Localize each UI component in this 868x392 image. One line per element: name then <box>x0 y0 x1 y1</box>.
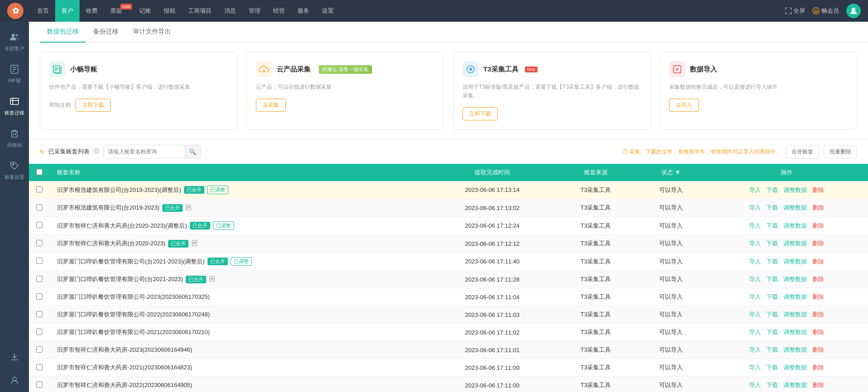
sidebar-item-zero-declare[interactable]: 0申报 <box>0 57 29 90</box>
nav-bookkeeping[interactable]: 记账 <box>133 0 157 22</box>
action-下载-link[interactable]: 下载 <box>766 222 778 230</box>
refresh-icon[interactable]: ↻ <box>40 148 45 155</box>
row-checkbox[interactable] <box>36 204 42 210</box>
action-delete-link[interactable]: 删除 <box>812 381 824 389</box>
action-下载-link[interactable]: 下载 <box>766 346 778 354</box>
batch-delete-button[interactable]: 批量删除 <box>824 145 857 158</box>
action-调整数据-link[interactable]: 调整数据 <box>783 328 807 336</box>
row-file-icon[interactable] <box>191 240 198 248</box>
row-checkbox[interactable] <box>36 311 42 317</box>
action-delete-link[interactable]: 删除 <box>812 186 824 194</box>
action-下载-link[interactable]: 下载 <box>766 186 778 194</box>
nav-client[interactable]: 客户 <box>55 0 80 22</box>
nav-service[interactable]: 服务 <box>291 0 316 22</box>
action-调整数据-link[interactable]: 调整数据 <box>783 293 807 301</box>
action-导入-link[interactable]: 导入 <box>749 186 761 194</box>
action-delete-link[interactable]: 删除 <box>812 222 824 230</box>
nav-billing[interactable]: 收费 <box>80 0 104 22</box>
search-input[interactable] <box>104 148 185 155</box>
action-delete-link[interactable]: 删除 <box>812 204 824 212</box>
tab-backup-migration[interactable]: 备份迁移 <box>86 22 126 43</box>
action-导入-link[interactable]: 导入 <box>749 222 761 230</box>
action-下载-link[interactable]: 下载 <box>766 293 778 301</box>
row-checkbox[interactable] <box>36 346 42 353</box>
action-调整数据-link[interactable]: 调整数据 <box>783 363 807 372</box>
action-delete-link[interactable]: 删除 <box>812 328 824 336</box>
action-下载-link[interactable]: 下载 <box>766 258 778 266</box>
action-导入-link[interactable]: 导入 <box>749 293 761 301</box>
action-导入-link[interactable]: 导入 <box>749 381 761 389</box>
action-delete-link[interactable]: 删除 <box>812 239 824 248</box>
nav-tax[interactable]: 报税 <box>157 0 182 22</box>
nav-message[interactable]: 消息 <box>218 0 242 22</box>
row-checkbox[interactable] <box>36 364 42 370</box>
merge-button[interactable]: 合并账套 <box>786 145 819 158</box>
nav-operation[interactable]: 经营 <box>267 0 291 22</box>
action-调整数据-link[interactable]: 调整数据 <box>783 239 807 248</box>
sidebar-item-tag-settings[interactable]: 标签设置 <box>0 154 29 186</box>
col-status[interactable]: 状态 ▼ <box>637 164 706 181</box>
action-下载-link[interactable]: 下载 <box>766 311 778 319</box>
tab-data-migration[interactable]: 数据包迁移 <box>40 22 86 43</box>
row-checkbox[interactable] <box>36 293 42 300</box>
action-下载-link[interactable]: 下载 <box>766 275 778 283</box>
action-调整数据-link[interactable]: 调整数据 <box>783 222 807 230</box>
row-file-icon[interactable] <box>185 204 192 212</box>
card-t3-download-button[interactable]: 立即下载 <box>462 107 498 120</box>
action-调整数据-link[interactable]: 调整数据 <box>783 186 807 194</box>
action-导入-link[interactable]: 导入 <box>749 311 761 319</box>
row-checkbox[interactable] <box>36 382 42 388</box>
select-all-checkbox[interactable] <box>36 169 42 175</box>
row-checkbox[interactable] <box>36 186 42 192</box>
nav-manage[interactable]: 管理 <box>242 0 267 22</box>
row-checkbox[interactable] <box>36 222 42 228</box>
app-logo[interactable]: ✿ <box>7 3 24 19</box>
action-导入-link[interactable]: 导入 <box>749 275 761 283</box>
sidebar-item-user[interactable] <box>0 368 29 392</box>
action-调整数据-link[interactable]: 调整数据 <box>783 275 807 283</box>
row-checkbox[interactable] <box>36 258 42 264</box>
action-导入-link[interactable]: 导入 <box>749 258 761 266</box>
action-delete-link[interactable]: 删除 <box>812 311 824 319</box>
action-导入-link[interactable]: 导入 <box>749 328 761 336</box>
help-icon[interactable]: ⓪ <box>93 148 99 156</box>
nav-settings[interactable]: 设置 <box>316 0 340 22</box>
sidebar-item-account-migration[interactable]: 账套迁移 <box>0 90 29 122</box>
user-avatar[interactable] <box>846 4 861 18</box>
action-导入-link[interactable]: 导入 <box>749 363 761 372</box>
action-调整数据-link[interactable]: 调整数据 <box>783 346 807 354</box>
action-下载-link[interactable]: 下载 <box>766 363 778 372</box>
member-button[interactable]: 畅 畅会员 <box>812 7 839 15</box>
action-导入-link[interactable]: 导入 <box>749 239 761 248</box>
nav-invoice[interactable]: 票据 new <box>104 0 133 22</box>
row-checkbox[interactable] <box>36 329 42 335</box>
action-delete-link[interactable]: 删除 <box>812 275 824 283</box>
nav-home[interactable]: 首页 <box>31 0 55 22</box>
action-调整数据-link[interactable]: 调整数据 <box>783 204 807 212</box>
row-file-icon[interactable] <box>209 276 215 283</box>
action-delete-link[interactable]: 删除 <box>812 363 824 372</box>
sidebar-item-all-clients[interactable]: 全部客户 <box>0 25 29 57</box>
card-xiaochang-help-link[interactable]: 帮助文档 <box>49 101 71 109</box>
fullscreen-button[interactable]: 全屏 <box>785 7 805 15</box>
tab-audit-export[interactable]: 审计文件导出 <box>126 22 178 43</box>
action-delete-link[interactable]: 删除 <box>812 293 824 301</box>
action-调整数据-link[interactable]: 调整数据 <box>783 258 807 266</box>
action-下载-link[interactable]: 下载 <box>766 239 778 248</box>
card-import-go-button[interactable]: 去导入 <box>669 99 699 112</box>
action-下载-link[interactable]: 下载 <box>766 328 778 336</box>
sidebar-item-download[interactable] <box>0 345 29 368</box>
action-下载-link[interactable]: 下载 <box>766 204 778 212</box>
action-调整数据-link[interactable]: 调整数据 <box>783 311 807 319</box>
action-导入-link[interactable]: 导入 <box>749 204 761 212</box>
action-下载-link[interactable]: 下载 <box>766 381 778 389</box>
card-xiaochang-download-button[interactable]: 立即下载 <box>75 99 111 112</box>
action-导入-link[interactable]: 导入 <box>749 346 761 354</box>
row-checkbox[interactable] <box>36 276 42 282</box>
search-button[interactable]: 🔍 <box>185 145 200 158</box>
sidebar-item-recycle[interactable]: 回收站 <box>0 122 29 154</box>
row-checkbox[interactable] <box>36 240 42 246</box>
action-delete-link[interactable]: 删除 <box>812 258 824 266</box>
nav-business[interactable]: 工商项目 <box>182 0 218 22</box>
action-delete-link[interactable]: 删除 <box>812 346 824 354</box>
